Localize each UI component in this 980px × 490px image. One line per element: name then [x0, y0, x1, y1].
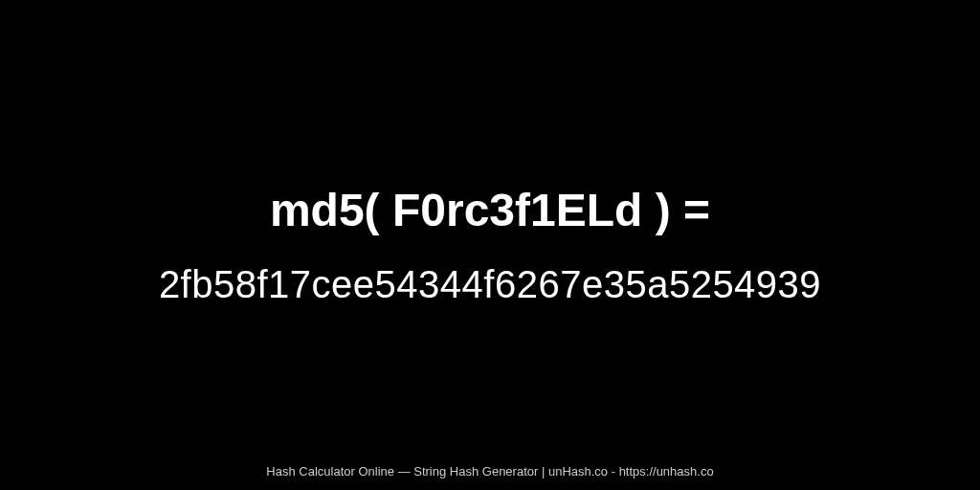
hash-display: md5( F0rc3f1ELd ) = 2fb58f17cee54344f626… — [159, 0, 821, 490]
hash-expression: md5( F0rc3f1ELd ) = — [270, 184, 710, 236]
footer-text: Hash Calculator Online — String Hash Gen… — [0, 464, 980, 479]
hash-result: 2fb58f17cee54344f6267e35a5254939 — [159, 263, 821, 306]
